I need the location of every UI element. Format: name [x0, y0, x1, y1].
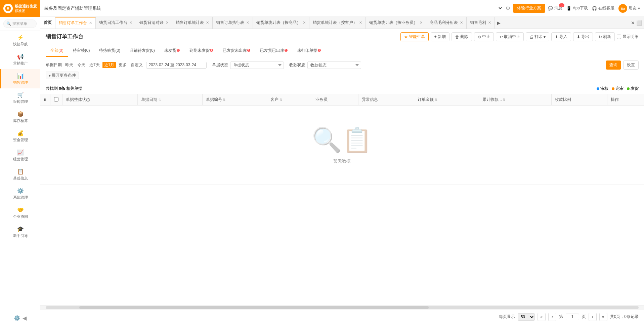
tab-sales-exec[interactable]: 销售订单执行表 ✕ [213, 17, 253, 29]
print-button[interactable]: 🖨 打印 ▾ [526, 32, 549, 41]
sidebar-item-enterprise[interactable]: 🤝 企业协同 [0, 203, 40, 222]
date-link-custom[interactable]: 自定义 [129, 62, 144, 68]
subtab-shipped-not-out[interactable]: 已发货未出库❶ [218, 45, 255, 57]
sidebar-item-quicknav[interactable]: ⚡ 快捷导航 [0, 31, 40, 50]
tab-overflow-button[interactable]: ▶ [495, 17, 503, 29]
export-button[interactable]: ⬇ 导出 [573, 32, 593, 41]
close-tab-icon[interactable]: ✕ [129, 21, 132, 25]
expand-filter-button[interactable]: ▾ 展开更多条件 [46, 72, 79, 79]
last-page-button[interactable]: » [599, 313, 607, 321]
tab-cash-reconcile[interactable]: 钱货日清对账 ✕ [136, 17, 172, 29]
close-tab-icon[interactable]: ✕ [206, 21, 209, 25]
date-link-more[interactable]: 更多 [117, 62, 128, 68]
subtab-pending-check[interactable]: 待拣验货(0) [94, 45, 125, 57]
payment-select[interactable]: 收款状态 [307, 62, 361, 69]
sidebar-item-inventory[interactable]: 📦 库存核算 [0, 108, 40, 127]
topbar-gear-icon[interactable]: ⚙ [506, 5, 510, 11]
sidebar-item-sales[interactable]: 📊 销售管理 [0, 69, 40, 88]
close-tab-icon[interactable]: ✕ [488, 21, 491, 25]
prev-page-button[interactable]: ‹ [548, 313, 556, 321]
subtab-all[interactable]: 全部(0) [46, 45, 68, 57]
page-input[interactable] [566, 314, 579, 320]
tab-home[interactable]: 首页 [40, 17, 55, 29]
cancel-stop-button[interactable]: ↩ 取消中止 [496, 32, 524, 41]
date-link-last1m[interactable]: 近1月 [102, 62, 116, 68]
sidebar-item-system[interactable]: ⚙️ 系统管理 [0, 184, 40, 203]
next-page-button[interactable]: › [589, 313, 597, 321]
horizontal-scrollbar[interactable] [40, 305, 644, 309]
date-link-yesterday[interactable]: 昨天 [64, 62, 75, 68]
tab-close-all-icon[interactable]: ✕ [631, 20, 635, 26]
sidebar-item-basic[interactable]: 📋 基础信息 [0, 165, 40, 184]
th-number[interactable]: 单据编号 [202, 94, 267, 106]
date-link-last7[interactable]: 近7天 [88, 62, 101, 68]
set-button[interactable]: 设置 [623, 60, 639, 70]
subtab-expired-unshipped[interactable]: 到期未发货❶ [185, 45, 218, 57]
tab-margin-analysis[interactable]: 商品毛利分析表 ✕ [426, 17, 467, 29]
close-tab-icon[interactable]: ✕ [460, 21, 463, 25]
stop-button[interactable]: ⊘ 中止 [474, 32, 494, 41]
sidebar-item-guide[interactable]: 🎓 新手引导 [0, 222, 40, 242]
smart-generate-button[interactable]: ★ 智能生单 [400, 32, 429, 41]
tab-maximize-icon[interactable]: ⬜ [636, 20, 642, 26]
per-page-select[interactable]: 10 20 50 100 [518, 313, 535, 321]
date-link-today[interactable]: 今天 [76, 62, 87, 68]
tab-sales-stat-staff[interactable]: 销货单统计表（按业务员） ✕ [366, 17, 426, 29]
system-selector[interactable] [496, 5, 503, 11]
subtab-wangpu-ship[interactable]: 旺铺待发货(0) [125, 45, 160, 57]
first-page-button[interactable]: « [538, 313, 546, 321]
close-tab-icon[interactable]: ✕ [303, 21, 306, 25]
revoke-action[interactable]: 充审 [612, 86, 624, 91]
main-area: 装备及固定资产辅助管理系统 ⚙ 体验行业方案 💬 消息 6 📱 App下载 🎧 … [40, 0, 644, 324]
subtab-shipped-out[interactable]: 已发货已出库❶ [255, 45, 293, 57]
close-tab-icon[interactable]: ✕ [359, 21, 362, 25]
app-download-button[interactable]: 📱 App下载 [566, 5, 588, 11]
th-collected[interactable]: 累计收款... [479, 94, 552, 106]
settings-icon[interactable]: ⚙️ [14, 315, 20, 321]
inventory-icon: 📦 [17, 111, 24, 117]
ship-action[interactable]: 发货 [627, 86, 639, 91]
message-button[interactable]: 💬 消息 6 [548, 5, 562, 11]
show-detail-checkbox[interactable] [617, 35, 621, 39]
online-service-button[interactable]: 🎧 在线客服 [592, 5, 614, 11]
delete-button[interactable]: 🗑 删除 [452, 32, 472, 41]
close-tab-icon[interactable]: ✕ [166, 21, 169, 25]
th-customer[interactable]: 客户 [267, 94, 312, 106]
close-tab-icon[interactable]: ✕ [420, 21, 423, 25]
search-menu-button[interactable]: 🔍 搜索菜单 [3, 19, 37, 28]
subtab-pending-review[interactable]: 待审核(0) [68, 45, 95, 57]
new-button[interactable]: + 新增 [431, 32, 449, 41]
query-button[interactable]: 查询 [606, 60, 621, 70]
tab-sales-order-workspace[interactable]: 销售订单工作台 ✕ [55, 17, 96, 29]
th-amount[interactable]: 订单金额 [414, 94, 479, 106]
tab-sales-stat-product[interactable]: 销货单统计表（按商品） ✕ [253, 17, 309, 29]
sidebar-item-finance[interactable]: 💰 资金管理 [0, 127, 40, 146]
tab-sales-stat[interactable]: 销售订单统计表 ✕ [172, 17, 213, 29]
review-action[interactable]: 审核 [597, 86, 608, 91]
date-range-input[interactable] [146, 62, 207, 69]
sidebar-item-operation[interactable]: 📈 经营管理 [0, 146, 40, 165]
close-tab-icon[interactable]: ✕ [89, 21, 92, 25]
show-detail-toggle[interactable]: 显示明细 [617, 34, 639, 40]
select-all-checkbox[interactable] [54, 97, 58, 102]
industry-plan-button[interactable]: 体验行业方案 [513, 4, 545, 13]
sidebar: 畅捷通好生意 标准版 🔍 搜索菜单 ⚡ 快捷导航 📢 营销推广 📊 销售管理 🛒… [0, 0, 40, 324]
close-tab-icon[interactable]: ✕ [246, 21, 249, 25]
sidebar-item-purchase[interactable]: 🛒 采购管理 [0, 88, 40, 108]
collapse-icon[interactable]: ◀ [23, 315, 27, 321]
status-filter: 单据状态 单据状态 [212, 62, 284, 69]
refresh-button[interactable]: ↻ 刷新 [595, 32, 615, 41]
sidebar-item-marketing[interactable]: 📢 营销推广 [0, 50, 40, 69]
user-menu[interactable]: Ea 用友 ▾ [618, 4, 640, 13]
tab-sales-stat-customer[interactable]: 销货单统计表（按客户） ✕ [309, 17, 366, 29]
page-label: 第 [559, 314, 563, 320]
subtab-unshipped[interactable]: 未发货❶ [160, 45, 185, 57]
tab-sales-profit[interactable]: 销售毛利 ✕ [467, 17, 495, 29]
scrollbar-thumb[interactable] [79, 306, 429, 309]
th-date[interactable]: 单据日期 [138, 94, 202, 106]
import-button[interactable]: ⬆ 导入 [551, 32, 571, 41]
th-staff: 业务员 [312, 94, 358, 106]
status-select[interactable]: 单据状态 [230, 62, 284, 69]
subtab-unprinted[interactable]: 未打印单据❶ [293, 45, 326, 57]
tab-cash-daily[interactable]: 钱货日清工作台 ✕ [96, 17, 136, 29]
